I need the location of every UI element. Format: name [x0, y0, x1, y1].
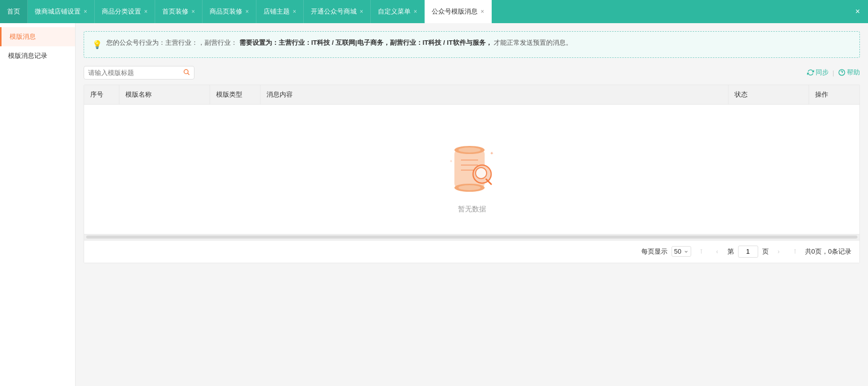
sidebar: 模版消息 模版消息记录 [0, 23, 76, 386]
page-size-select[interactable]: 50 [672, 246, 691, 257]
search-area [84, 66, 194, 80]
toolbar-right: 同步 | 帮助 [807, 68, 860, 77]
toolbar: 同步 | 帮助 [84, 66, 860, 80]
next-page-button[interactable]: › [773, 246, 785, 258]
svg-point-9 [458, 185, 481, 190]
page-number-input[interactable] [738, 246, 758, 258]
empty-state: ✦ ✦ 暂无数据 [84, 105, 859, 234]
svg-text:✦: ✦ [449, 159, 453, 164]
empty-text: 暂无数据 [94, 205, 849, 214]
close-icon[interactable]: × [245, 8, 249, 15]
col-header-type: 模版类型 [210, 85, 260, 104]
nav-tab-template-msg[interactable]: 公众号模版消息 × [425, 0, 492, 23]
empty-illustration: ✦ ✦ [442, 135, 502, 195]
close-icon[interactable]: × [293, 8, 296, 15]
close-all-button[interactable]: × [847, 0, 868, 23]
page-size-value: 50 [674, 248, 681, 255]
help-button[interactable]: 帮助 [838, 68, 860, 77]
close-icon[interactable]: × [481, 8, 484, 15]
sync-button[interactable]: 同步 [807, 68, 829, 77]
first-page-button[interactable]: ⊺ [695, 246, 707, 258]
sidebar-item-template-msg-record[interactable]: 模版消息记录 [0, 46, 75, 65]
layout: 模版消息 模版消息记录 💡 您的公众号行业为：主营行业：，副营行业： 需要设置为… [0, 23, 868, 386]
close-icon[interactable]: × [414, 8, 417, 15]
nav-tab-category[interactable]: 商品分类设置 × [95, 0, 155, 23]
nav-tab-menu[interactable]: 自定义菜单 × [371, 0, 425, 23]
total-info: 共0页，0条记录 [805, 247, 851, 256]
pagination: 每页显示 50 ⊺ ‹ 第 页 › ⊺ 共0页，0条记录 [84, 240, 859, 263]
nav-tab-theme[interactable]: 店铺主题 × [256, 0, 304, 23]
svg-line-1 [188, 73, 189, 74]
close-icon[interactable]: × [360, 8, 363, 15]
scrollbar-track [86, 236, 857, 239]
main-content: 💡 您的公众号行业为：主营行业：，副营行业： 需要设置为：主营行业：IT科技 /… [76, 23, 868, 386]
close-icon[interactable]: × [84, 8, 87, 15]
lightbulb-icon: 💡 [92, 38, 102, 51]
col-header-content: 消息内容 [260, 85, 728, 104]
search-input[interactable] [88, 69, 183, 76]
nav-tab-shop-setting[interactable]: 微商城店铺设置 × [28, 0, 95, 23]
col-header-seq: 序号 [84, 85, 119, 104]
last-page-button[interactable]: ⊺ [789, 246, 801, 258]
nav-tab-mall[interactable]: 开通公众号商城 × [304, 0, 371, 23]
horizontal-scrollbar[interactable] [84, 234, 859, 240]
nav-tab-home-decor[interactable]: 首页装修 × [155, 0, 203, 23]
col-header-action: 操作 [809, 85, 859, 104]
data-table: 序号 模版名称 模版类型 消息内容 状态 操作 [84, 85, 860, 263]
table-header: 序号 模版名称 模版类型 消息内容 状态 操作 [84, 85, 859, 105]
prev-page-button[interactable]: ‹ [711, 246, 723, 258]
nav-tab-home[interactable]: 首页 [0, 0, 28, 23]
close-icon[interactable]: × [144, 8, 148, 15]
page-text: 第 [727, 247, 734, 256]
page-size-label: 每页显示 [641, 247, 667, 256]
svg-point-0 [184, 69, 188, 73]
col-header-name: 模版名称 [119, 85, 210, 104]
top-nav: 首页 微商城店铺设置 × 商品分类设置 × 首页装修 × 商品页装修 × 店铺主… [0, 0, 868, 23]
page-unit: 页 [762, 247, 769, 256]
col-header-status: 状态 [728, 85, 809, 104]
search-button[interactable] [183, 68, 190, 77]
sidebar-item-template-msg[interactable]: 模版消息 [0, 27, 75, 46]
notice-box: 💡 您的公众号行业为：主营行业：，副营行业： 需要设置为：主营行业：IT科技 /… [84, 31, 860, 58]
close-icon[interactable]: × [191, 8, 195, 15]
svg-point-14 [476, 168, 487, 179]
svg-point-7 [458, 147, 481, 152]
svg-text:✦: ✦ [490, 150, 494, 156]
nav-tab-product-decor[interactable]: 商品页装修 × [203, 0, 256, 23]
